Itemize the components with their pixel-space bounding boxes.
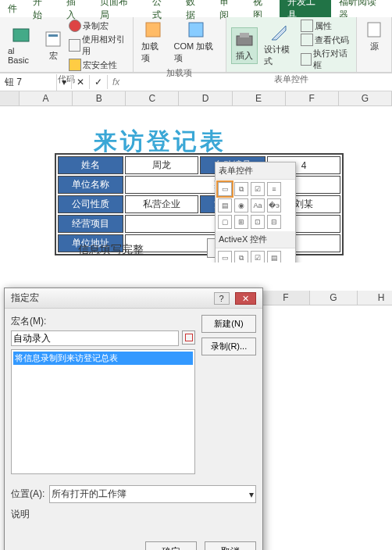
insert-control-button[interactable]: 插入	[231, 27, 258, 64]
run-dialog-button[interactable]: 执行对话框	[301, 47, 351, 72]
com-icon	[187, 20, 205, 39]
ax-button-icon[interactable]: ▭	[218, 251, 232, 262]
scrollbar-control-icon[interactable]: �э	[267, 198, 281, 212]
col-g[interactable]: G	[339, 91, 392, 105]
ribbon-body: al Basic 宏 录制宏 使用相对引用 宏安全性 代码 加载项 COM 加载…	[0, 17, 392, 73]
ax-list-icon[interactable]: ▤	[267, 251, 281, 262]
svg-rect-4	[189, 23, 203, 37]
shield-icon	[69, 59, 81, 71]
lbl-name: 姓名	[58, 156, 123, 174]
select-all[interactable]	[0, 91, 20, 105]
spinner-control-icon[interactable]: ≡	[267, 182, 281, 196]
listbox-control-icon[interactable]: ▤	[218, 198, 232, 212]
svg-marker-7	[272, 26, 286, 40]
registration-table: 姓名周龙自动编号4 单位名称某某单位 公司性质私营企业法人代表刘某 经营项目日用…	[55, 153, 344, 255]
props-icon	[301, 20, 313, 32]
combo-control-icon[interactable]: ⧉	[234, 182, 248, 196]
cancel-formula[interactable]: ✕	[72, 75, 90, 89]
more3-icon[interactable]: ⊟	[267, 215, 281, 229]
vb-label: al Basic	[8, 46, 34, 65]
option-control-icon[interactable]: ◉	[234, 198, 248, 212]
addins-button[interactable]: 加载项	[138, 19, 168, 66]
run-icon	[301, 53, 312, 66]
svg-rect-1	[46, 32, 60, 46]
button-control-icon[interactable]: ▭	[218, 182, 232, 196]
group-controls: 插入 设计模式 属性 查看代码 执行对话框 表单控件	[226, 17, 357, 72]
tab-file[interactable]: 件	[0, 0, 25, 18]
lbl-company: 单位名称	[58, 176, 123, 194]
record-macro-button[interactable]: 录制宏	[69, 19, 127, 33]
info-text: 信息填写完整	[78, 243, 144, 257]
visual-basic-button[interactable]: al Basic	[5, 24, 37, 66]
macros-button[interactable]: 宏	[41, 28, 66, 63]
lbl-type: 公司性质	[58, 195, 123, 213]
checkbox-control-icon[interactable]: ☑	[251, 182, 265, 196]
name-box-dd[interactable]: ▾	[57, 75, 72, 89]
relative-ref-button[interactable]: 使用相对引用	[69, 33, 127, 58]
more2-icon[interactable]: ⊡	[251, 215, 265, 229]
dd-activex-label: ActiveX 控件	[216, 231, 295, 248]
col-b[interactable]: B	[73, 91, 126, 105]
record-icon	[69, 20, 81, 32]
group-code: al Basic 宏 录制宏 使用相对引用 宏安全性 代码	[0, 17, 134, 72]
relref-icon	[69, 39, 80, 52]
controls-dropdown: 表单控件 ▭ ⧉ ☑ ≡ ▤ ◉ Aa �э ▢ ⊞ ⊡ ⊟ ActiveX 控…	[215, 162, 296, 262]
properties-button[interactable]: 属性	[301, 19, 351, 33]
addin-icon	[144, 20, 162, 39]
more1-icon[interactable]: ⊞	[234, 215, 248, 229]
enter-formula[interactable]: ✓	[90, 75, 108, 89]
source-icon	[365, 20, 383, 39]
formula-input[interactable]	[124, 80, 392, 84]
toolbox-icon	[235, 30, 254, 48]
source-button[interactable]: 源	[362, 19, 387, 54]
col-f[interactable]: F	[286, 91, 339, 105]
view-code-button[interactable]: 查看代码	[301, 33, 351, 47]
col-c[interactable]: C	[126, 91, 179, 105]
com-addins-button[interactable]: COM 加载项	[171, 19, 221, 66]
code-icon	[301, 34, 313, 46]
val-name[interactable]: 周龙	[125, 156, 198, 174]
fx-button[interactable]: fx	[108, 75, 124, 89]
val-type[interactable]: 私营企业	[125, 195, 198, 213]
dd-form-controls-label: 表单控件	[216, 162, 295, 180]
name-box[interactable]: 钮 7	[0, 74, 57, 91]
form-controls-grid: ▭ ⧉ ☑ ≡ ▤ ◉ Aa �э ▢ ⊞ ⊡ ⊟	[216, 180, 295, 231]
macro-icon	[44, 30, 62, 48]
design-mode-button[interactable]: 设计模式	[261, 22, 298, 69]
group-source: 源	[357, 17, 392, 72]
col-a[interactable]: A	[20, 91, 73, 105]
worksheet: A B C D E F G 来访登记表 姓名周龙自动编号4 单位名称某某单位 公…	[0, 91, 392, 262]
svg-rect-8	[368, 23, 380, 37]
lbl-biz: 经营项目	[58, 215, 123, 233]
label-control-icon[interactable]: Aa	[251, 198, 265, 212]
ribbon-tabs: 件 开始 插入 页面布局 公式 数据 审阅 视图 开发工具 福昕阅读器	[0, 0, 392, 17]
column-headers: A B C D E F G	[0, 91, 392, 106]
svg-rect-0	[13, 29, 29, 41]
ruler-icon	[269, 23, 288, 42]
ax-check-icon[interactable]: ☑	[251, 251, 265, 262]
macro-security-button[interactable]: 宏安全性	[69, 58, 127, 72]
svg-rect-6	[240, 33, 249, 38]
ribbon: 件 开始 插入 页面布局 公式 数据 审阅 视图 开发工具 福昕阅读器 al B…	[0, 0, 392, 73]
grid[interactable]: 来访登记表 姓名周龙自动编号4 单位名称某某单位 公司性质私营企业法人代表刘某 …	[0, 106, 392, 262]
macro-label: 宏	[49, 50, 58, 62]
activex-controls-grid: ▭ ⧉ ☑ ▤ ab ⊟ ◉ A ▣ ⊞ ⚒	[216, 248, 295, 262]
groupbox-control-icon[interactable]: ▢	[218, 215, 232, 229]
svg-rect-2	[48, 34, 58, 37]
col-d[interactable]: D	[179, 91, 232, 105]
vb-icon	[12, 26, 30, 45]
svg-rect-3	[146, 23, 160, 37]
col-e[interactable]: E	[233, 91, 286, 105]
group-addins: 加载项 COM 加载项 加载项	[134, 17, 226, 72]
ax-combo-icon[interactable]: ⧉	[234, 251, 248, 262]
group-addins-label: 加载项	[138, 67, 221, 79]
